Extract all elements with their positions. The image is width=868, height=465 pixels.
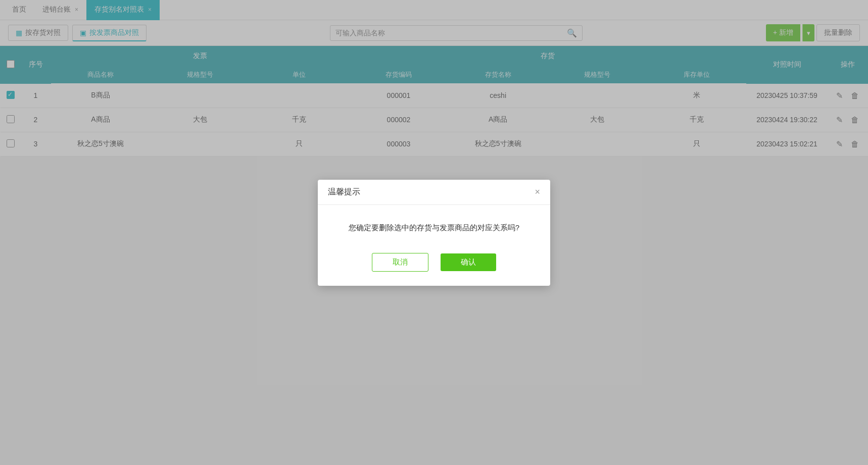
modal-overlay: 温馨提示 × 您确定要删除选中的存货与发票商品的对应关系吗? 取消 确认 (0, 0, 868, 157)
